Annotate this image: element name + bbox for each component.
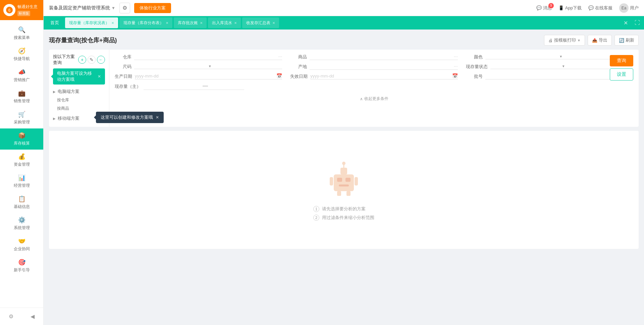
tab-batch-account[interactable]: 库存批次账 ✕ xyxy=(174,17,207,28)
online-support-label: 在线客服 xyxy=(595,5,612,11)
tab-expand-icon[interactable]: ⛶ xyxy=(632,18,643,27)
query-button[interactable]: 查询 xyxy=(610,55,633,66)
tab-close-icon[interactable]: ✕ xyxy=(166,21,168,25)
collapse-more-btn[interactable]: ∧ 收起更多条件 xyxy=(360,96,388,102)
scheme-pc-item[interactable]: ▶ 电脑端方案 xyxy=(53,87,105,96)
header-right: 💬 消息 9 📱 App下载 💬 在线客服 Ea 用户 xyxy=(536,3,639,13)
empty-state: 1 请先选择要分析的方案 2 用过滤条件来缩小分析范围 xyxy=(49,131,639,249)
pc-tree-arrow: ▶ xyxy=(53,90,56,94)
sidebar-item-system[interactable]: ⚙️ 系统管理 xyxy=(0,213,43,234)
settings-button[interactable]: ⚙ xyxy=(119,3,130,13)
tab-close-all-icon[interactable]: ✕ xyxy=(621,18,631,28)
svg-rect-3 xyxy=(337,178,342,182)
origin-input[interactable] xyxy=(310,64,454,69)
sidebar-logo: 6 畅通好生意 标准版 xyxy=(0,0,43,20)
svg-rect-10 xyxy=(355,177,358,185)
message-icon: 💬 xyxy=(536,5,542,10)
tip-num-2: 2 xyxy=(313,215,319,221)
sidebar-item-marketing[interactable]: 📣 营销推广 xyxy=(0,65,43,86)
tooltip-create-hint: 这里可以创建和修改方案哦 ✕ xyxy=(96,112,164,123)
logo-icon: 6 xyxy=(3,4,15,16)
sidebar-item-label: 销售管理 xyxy=(14,98,30,104)
tab-bar: 首页 现存量（库存状况表） ✕ 现存量（库存分布表） ✕ 库存批次账 ✕ 出入库… xyxy=(44,16,644,30)
industry-plan-button[interactable]: 体验行业方案 xyxy=(134,3,171,13)
refresh-button[interactable]: 🔄 刷新 xyxy=(614,35,639,46)
color-field: 颜色 ▼ xyxy=(466,54,633,60)
settings-bottom-icon[interactable]: ⚙ xyxy=(7,311,15,322)
header-left: 装备及固定资产辅助管理系统 ▼ ⚙ 体验行业方案 xyxy=(49,3,171,13)
sidebar-item-business[interactable]: 📊 经营管理 xyxy=(0,171,43,192)
warehouse-input[interactable] xyxy=(134,54,278,59)
expiry-date-field: 失效日期 📅 xyxy=(290,73,458,79)
expiry-date-input[interactable] xyxy=(310,73,452,78)
filter-wrapper: 按以下方案查询 + ✎ ← 电脑方案可设为移动方案哦 ✕ xyxy=(49,50,639,127)
sidebar-item-finance[interactable]: 💰 资金管理 xyxy=(0,150,43,171)
add-scheme-btn[interactable]: + xyxy=(78,56,86,64)
tooltip-create-close-icon[interactable]: ✕ xyxy=(156,115,159,120)
page-header: 现存量查询(按仓库+商品) 🖨 按模板打印 ▼ 📤 导出 🔄 刷新 xyxy=(49,35,639,46)
tab-collect-summary[interactable]: 收发存汇总表 ✕ xyxy=(242,17,279,28)
tab-label: 现存量（库存状况表） xyxy=(69,20,109,26)
basic-nav-icon: 📋 xyxy=(18,195,25,203)
app-download-action[interactable]: 📱 App下载 xyxy=(558,5,582,11)
message-badge: 9 xyxy=(548,3,554,8)
batch-no-field: 批号 xyxy=(466,73,633,79)
stock-main-input-end[interactable] xyxy=(211,84,267,89)
sidebar-item-inventory[interactable]: 📦 库存核算 xyxy=(0,128,43,150)
production-date-input[interactable] xyxy=(135,73,276,78)
production-date-calendar-icon[interactable]: 📅 xyxy=(276,73,282,78)
system-nav-icon: ⚙️ xyxy=(18,216,25,224)
tab-inout-flow[interactable]: 出入库流水 ✕ xyxy=(208,17,241,28)
tooltip-close-icon[interactable]: ✕ xyxy=(98,74,101,79)
right-panel: 仓库 ··· 商品 ··· 颜色 xyxy=(109,50,639,127)
filter-row-4: 现存量（主） — xyxy=(115,83,633,90)
sidebar-item-label: 搜索菜单 xyxy=(14,35,30,41)
tab-inventory-dist[interactable]: 现存量（库存分布表） ✕ xyxy=(119,17,172,28)
tab-home[interactable]: 首页 xyxy=(45,16,64,30)
empty-tip-1: 1 请先选择要分析的方案 xyxy=(313,205,374,213)
edit-scheme-btn[interactable]: ✎ xyxy=(88,56,96,64)
expiry-date-calendar-icon[interactable]: 📅 xyxy=(452,73,458,78)
tab-close-icon[interactable]: ✕ xyxy=(272,21,275,25)
scheme-pc-sub-item[interactable]: 按仓库 xyxy=(57,96,105,104)
sidebar-item-label: 经营管理 xyxy=(14,183,30,188)
goods-input[interactable] xyxy=(310,54,454,59)
settings-icon: ⚙ xyxy=(122,5,127,11)
sidebar-item-search[interactable]: 🔍 搜索菜单 xyxy=(0,23,43,44)
reset-button[interactable]: 设置 xyxy=(610,68,633,80)
arrow-scheme-btn[interactable]: ← xyxy=(97,56,105,64)
sidebar-item-purchase[interactable]: 🛒 采购管理 xyxy=(0,107,43,128)
size-dropdown-icon: ▼ xyxy=(208,64,282,68)
tooltip-scheme-hint: 电脑方案可设为移动方案哦 ✕ xyxy=(53,68,105,85)
user-label: 用户 xyxy=(630,5,639,11)
sidebar-item-guide[interactable]: 🧭 快捷导航 xyxy=(0,44,43,65)
business-nav-icon: 📊 xyxy=(18,174,25,181)
message-action[interactable]: 💬 消息 9 xyxy=(536,5,552,11)
origin-field: 产地 ··· xyxy=(290,63,458,70)
goods-dots-icon[interactable]: ··· xyxy=(454,54,458,59)
sidebar-item-sales[interactable]: 💼 销售管理 xyxy=(0,86,43,107)
sidebar-item-basic[interactable]: 📋 基础信息 xyxy=(0,192,43,213)
tab-close-icon[interactable]: ✕ xyxy=(111,21,114,25)
tab-close-icon[interactable]: ✕ xyxy=(200,21,203,25)
sidebar-item-newbie[interactable]: 🎯 新手引导 xyxy=(0,255,43,276)
export-button[interactable]: 📤 导出 xyxy=(588,35,612,46)
tab-close-icon[interactable]: ✕ xyxy=(234,21,237,25)
origin-dots-icon[interactable]: ··· xyxy=(454,63,458,69)
online-support-action[interactable]: 💬 在线客服 xyxy=(588,5,612,11)
collapse-sidebar-btn[interactable]: ◀ xyxy=(29,311,37,322)
sidebar-item-enterprise[interactable]: 🤝 企业协同 xyxy=(0,234,43,255)
print-button[interactable]: 🖨 按模板打印 ▼ xyxy=(544,35,585,46)
app-download-icon: 📱 xyxy=(558,5,564,10)
tab-inventory-status[interactable]: 现存量（库存状况表） ✕ xyxy=(65,17,118,28)
logo-name: 畅通好生意 xyxy=(17,4,38,10)
dropdown-arrow-icon: ▼ xyxy=(111,6,115,10)
user-profile[interactable]: Ea 用户 xyxy=(619,3,639,13)
refresh-icon: 🔄 xyxy=(619,38,624,43)
size-select[interactable]: ▼ xyxy=(134,64,282,69)
user-avatar: Ea xyxy=(619,3,629,13)
stock-main-input[interactable] xyxy=(144,84,200,89)
system-dropdown[interactable]: 装备及固定资产辅助管理系统 ▼ xyxy=(49,5,115,11)
warehouse-dots-icon[interactable]: ··· xyxy=(278,54,282,59)
sidebar: 6 畅通好生意 标准版 🔍 搜索菜单 🧭 快捷导航 📣 营销推广 💼 销售管理 … xyxy=(0,0,44,325)
